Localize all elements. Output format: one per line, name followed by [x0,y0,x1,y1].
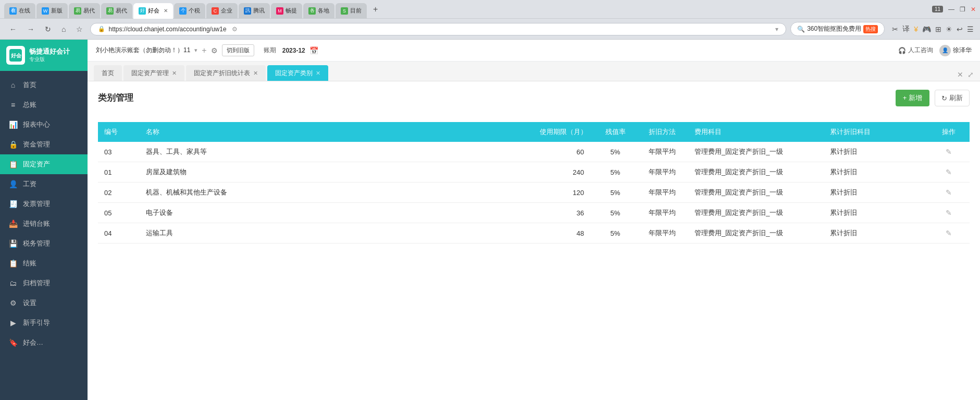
sidebar-app-name: 畅捷通好会计 [29,47,70,56]
browser-minimize-btn[interactable]: — [948,6,954,13]
sidebar-item-guide[interactable]: ▶ 新手引导 [0,313,88,333]
cell-action-3[interactable]: ✎ [928,203,970,223]
sidebar-item-close-period[interactable]: 📋 结账 [0,253,88,273]
cell-name-3: 电子设备 [140,203,532,223]
url-input[interactable]: 🔒 https://cloud.chanjet.com/accounting/u… [90,23,786,35]
sidebar-item-tax[interactable]: 💾 税务管理 [0,234,88,253]
browser-close-btn[interactable]: ✕ [971,6,976,13]
sidebar-item-finance[interactable]: 🔒 资金管理 [0,135,88,154]
browser-tab-qiye-label: 企业 [221,7,232,15]
reload-button[interactable]: ↻ [42,23,54,35]
brightness-icon[interactable]: ☀ [946,25,952,33]
page-tab-assets-mgmt[interactable]: 固定资产管理 ✕ [123,65,184,81]
cell-action-1[interactable]: ✎ [928,162,970,183]
cell-residual-3: 5% [594,203,636,223]
hot-tag: 热搜 [863,25,878,33]
new-tab-button[interactable]: + [373,5,378,14]
cell-code-1[interactable]: 01 [98,162,140,183]
sidebar-item-settings[interactable]: ⚙ 设置 [0,293,88,313]
search-bar[interactable]: 🔍 360智能抠图免费用 热搜 [790,22,885,36]
undo-icon[interactable]: ↩ [957,25,963,33]
page-tab-category-close[interactable]: ✕ [316,70,320,77]
sidebar-label-home: 首页 [23,80,36,90]
browser-tab-yidai2[interactable]: 易 易代 [101,3,132,19]
browser-tab-close-haohui[interactable]: ✕ [164,8,168,14]
sidebar-item-purchase-sales[interactable]: 📥 进销台账 [0,214,88,234]
back-button[interactable]: ← [6,23,20,35]
sidebar-item-salary[interactable]: 👤 工资 [0,174,88,194]
browser-tab-muqian[interactable]: S 目前 [336,3,367,19]
cell-method-3: 年限平均 [636,203,688,223]
edit-icon-4[interactable]: ✎ [946,229,952,237]
site-info-icon[interactable]: ⚙ [232,26,238,33]
calendar-icon[interactable]: 📅 [309,46,318,55]
page-tab-depreciation-close[interactable]: ✕ [253,70,258,77]
browser-tab-geshui[interactable]: 个 个税 [174,3,205,19]
cell-period-0: 60 [532,142,594,162]
page-tab-category[interactable]: 固定资产类别 ✕ [267,65,328,81]
edit-icon-2[interactable]: ✎ [946,188,952,197]
bookmark-button[interactable]: ☆ [73,23,86,35]
cell-code-2[interactable]: 02 [98,183,140,203]
forward-button[interactable]: → [24,23,38,35]
browser-tab-gedi[interactable]: 各 各地 [303,3,334,19]
edit-icon-1[interactable]: ✎ [946,168,952,176]
translate-icon[interactable]: 译 [902,25,910,34]
topbar-user-avatar[interactable]: 👤 徐泽华 [939,45,972,56]
page-tab-home[interactable]: 首页 [94,65,122,81]
browser-tab-new[interactable]: W 新版 [36,3,68,19]
cell-code-3[interactable]: 05 [98,203,140,223]
switch-version-btn[interactable]: 切到旧版 [222,44,254,56]
cell-expense-2: 管理费用_固定资产折旧_一级 [688,183,824,203]
sidebar-item-invoice[interactable]: 🧾 发票管理 [0,194,88,214]
menu-icon[interactable]: ☰ [967,25,974,33]
cell-code-0[interactable]: 03 [98,142,140,162]
browser-restore-btn[interactable]: ❐ [960,6,965,13]
sidebar-item-assets[interactable]: 📋 固定资产 [0,154,88,174]
browser-tab-tengxun[interactable]: 訊 腾讯 [239,3,270,19]
cell-expense-0: 管理费用_固定资产折旧_一级 [688,142,824,162]
topbar-settings-btn[interactable]: ⚙ [211,46,218,55]
browser-tab-yidai1[interactable]: 易 易代 [69,3,100,19]
cell-action-0[interactable]: ✎ [928,142,970,162]
archive-icon: 🗂 [8,278,18,288]
sidebar-item-reports[interactable]: 📊 报表中心 [0,115,88,135]
browser-tab-haohui[interactable]: 好 好会 ✕ [133,3,173,19]
topbar-username-label: 徐泽华 [953,46,972,55]
close-period-icon: 📋 [8,259,18,268]
add-category-btn[interactable]: + 新增 [896,90,929,106]
grid-icon[interactable]: ⊞ [935,25,941,33]
browser-tab-qiye[interactable]: C 企业 [206,3,238,19]
scissors-icon[interactable]: ✂ [892,25,898,33]
topbar-add-btn[interactable]: + [202,46,206,55]
refresh-btn[interactable]: ↻ 刷新 [935,90,970,106]
cell-action-2[interactable]: ✎ [928,183,970,203]
edit-icon-0[interactable]: ✎ [946,148,952,156]
page-tab-home-label: 首页 [102,69,114,78]
cell-residual-0: 5% [594,142,636,162]
cell-action-4[interactable]: ✎ [928,223,970,244]
sidebar-item-more[interactable]: 🔖 好会… [0,333,88,353]
sidebar-item-ledger[interactable]: ≡ 总账 [0,95,88,115]
page-tab-assets-mgmt-close[interactable]: ✕ [172,70,177,77]
url-dropdown-btn[interactable]: ▾ [775,26,778,33]
currency-icon[interactable]: ¥ [914,25,918,33]
window-maximize-btn[interactable]: ⤢ [967,70,974,79]
cell-code-4[interactable]: 04 [98,223,140,244]
url-text: https://cloud.chanjet.com/accounting/uw1… [108,26,226,33]
table-row: 02 机器、机械和其他生产设备 120 5% 年限平均 管理费用_固定资产折旧_… [98,183,970,203]
cell-name-1: 房屋及建筑物 [140,162,532,183]
sidebar-item-home[interactable]: ⌂ 首页 [0,75,88,95]
page-tab-depreciation[interactable]: 固定资产折旧统计表 ✕ [186,65,266,81]
home-button[interactable]: ⌂ [58,23,69,35]
sidebar-item-archive[interactable]: 🗂 归档管理 [0,273,88,293]
refresh-label: 刷新 [949,93,963,103]
topbar-service-btn[interactable]: 🎧 人工咨询 [898,46,933,55]
browser-tab-online[interactable]: 在 在线 [4,3,35,19]
window-close-btn[interactable]: ✕ [957,70,963,79]
game-icon[interactable]: 🎮 [922,25,931,33]
browser-tab-changti[interactable]: M 畅提 [271,3,302,19]
topbar-dropdown-icon[interactable]: ▾ [194,47,197,54]
edit-icon-3[interactable]: ✎ [946,209,952,217]
period-value: 2023-12 [282,47,305,54]
